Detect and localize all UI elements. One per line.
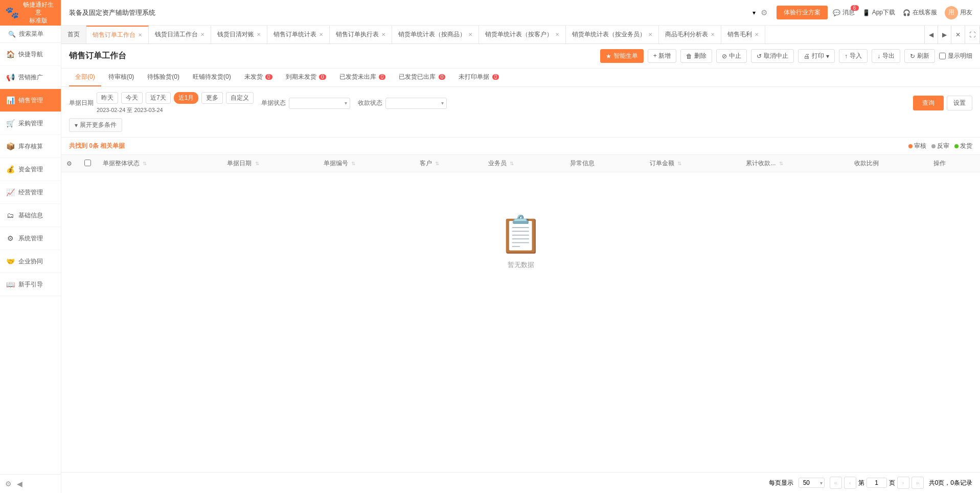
sidebar-item-guide[interactable]: 📖 新手引导 xyxy=(0,273,61,296)
new-button[interactable]: + 新增 xyxy=(648,49,676,63)
sub-tab-pending[interactable]: 待审核(0) xyxy=(102,69,141,86)
online-service-item[interactable]: 🎧 在线客服 xyxy=(903,8,937,17)
app-download-item[interactable]: 📱 App下载 xyxy=(862,8,895,17)
sidebar-item-basic-info[interactable]: 🗂 基础信息 xyxy=(0,204,61,227)
tab-close-sales-stat2[interactable]: ✕ xyxy=(468,32,472,37)
print-button[interactable]: 🖨 打印 ▾ xyxy=(798,49,835,63)
sub-tab-shipped-out[interactable]: 已发货已出库 0 xyxy=(393,69,451,86)
query-button[interactable]: 查询 xyxy=(913,96,944,110)
sidebar-item-sales[interactable]: 📊 销售管理 xyxy=(0,89,61,112)
tab-close-cash-reconcile[interactable]: ✕ xyxy=(257,32,261,37)
message-item[interactable]: 💬 消息 6 xyxy=(833,8,855,17)
th-salesman-sort[interactable]: ⇅ xyxy=(510,161,514,166)
date-btn-1month[interactable]: 近1月 xyxy=(174,92,199,104)
tab-nav-close-icon[interactable]: ✕ xyxy=(951,26,965,44)
sub-tab-not-printed[interactable]: 未打印单据 0 xyxy=(452,69,505,86)
tab-profit[interactable]: 商品毛利分析表 ✕ xyxy=(659,26,721,44)
topbar-settings-icon[interactable]: ⚙ xyxy=(761,8,767,17)
audit-btn[interactable]: 审核 xyxy=(908,142,926,150)
sidebar-item-finance[interactable]: 💰 资金管理 xyxy=(0,158,61,181)
quick-nav-icon: 🏠 xyxy=(5,49,15,59)
expand-btn[interactable]: ▾ 展开更多条件 xyxy=(69,118,122,132)
th-amount-sort[interactable]: ⇅ xyxy=(677,161,681,166)
collapse-icon[interactable]: ◀ xyxy=(17,480,22,488)
sub-tab-wangpu[interactable]: 旺铺待发货(0) xyxy=(187,69,237,86)
stop-button[interactable]: ⊘ 中止 xyxy=(716,49,747,63)
th-collected-sort[interactable]: ⇅ xyxy=(779,161,783,166)
status-select[interactable] xyxy=(289,98,350,109)
user-item[interactable]: 用 用友 xyxy=(945,6,972,19)
tab-nav-fullscreen-icon[interactable]: ⛶ xyxy=(965,26,980,44)
set-button[interactable]: 设置 xyxy=(947,96,972,110)
sub-tab-expired[interactable]: 到期未发货 0 xyxy=(280,69,332,86)
th-date-sort[interactable]: ⇅ xyxy=(255,161,259,166)
export-button[interactable]: ↓ 导出 xyxy=(872,49,900,63)
settings-icon[interactable]: ⚙ xyxy=(5,480,12,488)
date-btn-today[interactable]: 今天 xyxy=(121,92,143,104)
tab-sales-stat3[interactable]: 销货单统计表（按客户） ✕ xyxy=(479,26,566,44)
sidebar-item-operations[interactable]: 📈 经营管理 xyxy=(0,181,61,204)
date-btn-custom[interactable]: 自定义 xyxy=(226,92,254,104)
th-customer-sort[interactable]: ⇅ xyxy=(435,161,439,166)
tab-close-sales-workbench[interactable]: ✕ xyxy=(138,32,142,38)
delete-button[interactable]: 🗑 删除 xyxy=(680,49,712,63)
tab-cash-reconcile[interactable]: 钱货日清对账 ✕ xyxy=(211,26,267,44)
sub-tab-pending-inspect[interactable]: 待拣验货(0) xyxy=(141,69,186,86)
date-btn-more[interactable]: 更多 xyxy=(201,92,223,104)
column-settings-icon[interactable]: ⚙ xyxy=(66,160,72,167)
tab-sales-stat2[interactable]: 销货单统计表（按商品） ✕ xyxy=(392,26,479,44)
search-menu[interactable]: 🔍 搜索菜单 xyxy=(0,26,61,43)
tab-sales-profit[interactable]: 销售毛利 ✕ xyxy=(721,26,765,44)
payment-select[interactable] xyxy=(385,98,447,109)
select-all-checkbox[interactable] xyxy=(84,160,91,166)
print-label: 打印 xyxy=(812,52,824,60)
tab-nav-next[interactable]: ▶ xyxy=(938,26,951,44)
page-size-select[interactable]: 10 20 50 100 xyxy=(799,478,825,488)
page-last-btn[interactable]: » xyxy=(911,477,924,489)
smart-create-button[interactable]: ★ 智能生单 xyxy=(600,49,644,63)
page-first-btn[interactable]: « xyxy=(830,477,842,489)
tab-close-sales-stat4[interactable]: ✕ xyxy=(648,32,652,37)
tab-home[interactable]: 首页 xyxy=(61,26,86,44)
show-detail-checkbox[interactable] xyxy=(939,53,946,59)
sidebar-item-system[interactable]: ⚙ 系统管理 xyxy=(0,227,61,250)
pagination-btns: « ‹ 第 页 › » xyxy=(830,477,924,489)
page-prev-btn[interactable]: ‹ xyxy=(844,477,856,489)
tab-close-sales-stat[interactable]: ✕ xyxy=(319,32,323,37)
sidebar-item-marketing[interactable]: 📢 营销推广 xyxy=(0,66,61,89)
tab-nav-prev[interactable]: ◀ xyxy=(925,26,938,44)
tab-sales-stat[interactable]: 销售订单统计表 ✕ xyxy=(267,26,330,44)
tab-close-sales-stat3[interactable]: ✕ xyxy=(555,32,559,37)
tab-close-sales-exec[interactable]: ✕ xyxy=(381,32,385,37)
tab-close-profit[interactable]: ✕ xyxy=(711,32,715,37)
guide-icon: 📖 xyxy=(5,279,15,289)
tab-sales-stat4[interactable]: 销货单统计表（按业务员） ✕ xyxy=(566,26,659,44)
date-btn-yesterday[interactable]: 昨天 xyxy=(97,92,118,104)
tab-close-cash-daily[interactable]: ✕ xyxy=(200,32,204,37)
tab-sales-workbench[interactable]: 销售订单工作台 ✕ xyxy=(86,26,149,44)
industry-solution-button[interactable]: 体验行业方案 xyxy=(777,6,828,19)
import-button[interactable]: ↑ 导入 xyxy=(839,49,868,63)
sub-tab-all[interactable]: 全部(0) xyxy=(69,69,101,86)
search-icon: 🔍 xyxy=(8,31,16,38)
sidebar-item-purchase[interactable]: 🛒 采购管理 xyxy=(0,112,61,135)
sidebar-item-quick-nav[interactable]: 🏠 快捷导航 xyxy=(0,43,61,66)
sidebar-item-enterprise[interactable]: 🤝 企业协同 xyxy=(0,250,61,273)
th-no-sort[interactable]: ⇅ xyxy=(351,161,355,166)
tab-sales-exec[interactable]: 销售订单执行表 ✕ xyxy=(330,26,392,44)
ship-btn[interactable]: 发货 xyxy=(954,142,972,150)
refresh-button[interactable]: ↻ 刷新 xyxy=(904,49,935,63)
tab-cash-daily[interactable]: 钱货日清工作台 ✕ xyxy=(149,26,211,44)
sub-tab-shipped-not-out[interactable]: 已发货未出库 0 xyxy=(333,69,392,86)
cancel-stop-button[interactable]: ↺ 取消中止 xyxy=(751,49,794,63)
tab-close-sales-profit[interactable]: ✕ xyxy=(755,32,759,37)
sidebar-item-inventory[interactable]: 📦 库存核算 xyxy=(0,135,61,158)
date-btn-7days[interactable]: 近7天 xyxy=(146,92,171,104)
topbar-dropdown-icon[interactable]: ▾ xyxy=(753,9,756,16)
anti-audit-btn[interactable]: 反审 xyxy=(931,142,949,150)
page-input[interactable] xyxy=(867,478,887,488)
sub-tab-not-shipped[interactable]: 未发货 0 xyxy=(238,69,279,86)
page-next-btn[interactable]: › xyxy=(897,477,909,489)
th-status-sort[interactable]: ⇅ xyxy=(143,161,147,166)
ship-label: 发货 xyxy=(960,142,972,150)
